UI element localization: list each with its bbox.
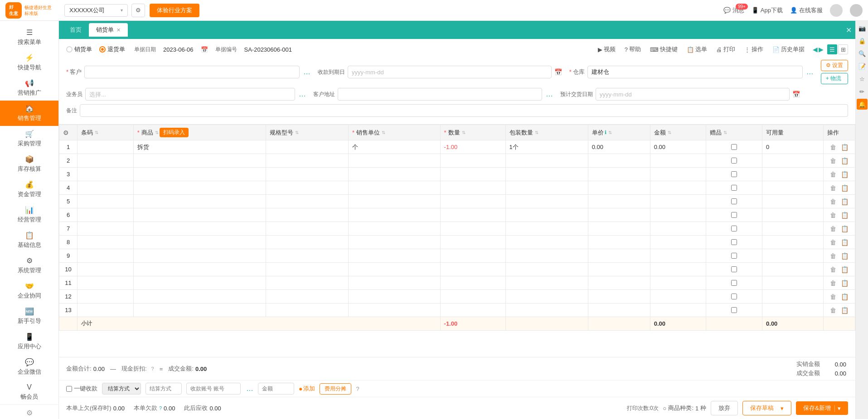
salesperson-ellipsis-icon[interactable]: … [299, 90, 306, 98]
row-qty-7[interactable] [440, 222, 505, 236]
save-draft-button[interactable]: 保存草稿 ▾ [742, 401, 791, 415]
row-qty-3[interactable] [440, 168, 505, 181]
delete-icon-13[interactable]: 🗑 [830, 307, 836, 314]
row-unit-price-3[interactable] [588, 168, 650, 181]
copy-icon-5[interactable]: 📋 [841, 198, 849, 205]
row-unit-price-1[interactable]: 0.00 [588, 140, 650, 154]
row-product-9[interactable] [133, 249, 266, 263]
col-settings[interactable]: ⚙ [59, 125, 78, 140]
row-gift-1[interactable] [706, 140, 762, 154]
gift-checkbox-9[interactable] [731, 253, 737, 259]
row-unit-8[interactable] [349, 236, 440, 249]
row-pack-qty-13[interactable] [505, 303, 588, 317]
row-unit-7[interactable] [349, 222, 440, 236]
right-panel-photo-icon[interactable]: 📷 [857, 23, 868, 34]
row-qty-11[interactable] [440, 276, 505, 290]
customer-ellipsis-icon[interactable]: … [303, 68, 310, 76]
sidebar-settings-icon[interactable]: ⚙ [26, 409, 33, 417]
gift-checkbox-13[interactable] [731, 307, 737, 313]
row-gift-8[interactable] [706, 236, 762, 249]
row-product-12[interactable] [133, 290, 266, 303]
row-barcode-3[interactable] [78, 168, 134, 181]
row-unit-5[interactable] [349, 195, 440, 208]
row-barcode-6[interactable] [78, 208, 134, 222]
row-unit-6[interactable] [349, 208, 440, 222]
sort-unit-icon[interactable]: ⇅ [382, 130, 385, 135]
right-panel-alert-icon[interactable]: 🔔 [857, 99, 868, 110]
row-unit-price-12[interactable] [588, 290, 650, 303]
account-ellipsis-icon[interactable]: … [246, 385, 253, 393]
delete-icon-2[interactable]: 🗑 [830, 157, 836, 164]
row-amount-1[interactable]: 0.00 [650, 140, 706, 154]
row-barcode-1[interactable] [78, 140, 134, 154]
trial-button[interactable]: 体验行业方案 [150, 4, 199, 17]
help-btn[interactable]: ? 帮助 [622, 44, 644, 54]
delivery-date-calendar-icon[interactable]: 📅 [792, 91, 800, 98]
payment-due-input[interactable] [348, 66, 552, 78]
sidebar-item-system[interactable]: ⚙ 系统管理 [0, 253, 58, 278]
sidebar-item-operations[interactable]: 📊 经营管理 [0, 202, 58, 227]
row-product-4[interactable] [133, 181, 266, 195]
radio-sales[interactable]: 销货单 [66, 45, 92, 53]
row-unit-12[interactable] [349, 290, 440, 303]
warehouse-input[interactable] [587, 66, 802, 78]
row-amount-8[interactable] [650, 236, 706, 249]
message-action[interactable]: 💬 消息 99+ [723, 6, 744, 14]
row-spec-3[interactable] [266, 168, 349, 181]
gift-checkbox-5[interactable] [731, 198, 737, 204]
expense-button[interactable]: 费用分摊 [320, 383, 351, 395]
copy-icon-9[interactable]: 📋 [841, 252, 849, 260]
right-panel-lock-icon[interactable]: 🔒 [857, 35, 868, 46]
unit-price-info-icon[interactable]: ℹ [605, 130, 606, 135]
row-unit-price-10[interactable] [588, 263, 650, 276]
row-amount-6[interactable] [650, 208, 706, 222]
nav-prev-icon[interactable]: ◀ [813, 46, 818, 53]
row-pack-qty-3[interactable] [505, 168, 588, 181]
gift-checkbox-4[interactable] [731, 185, 737, 191]
save-draft-arrow-icon[interactable]: ▾ [777, 405, 784, 412]
company-selector[interactable]: XXXXXX公司 ▾ [64, 4, 128, 17]
row-gift-12[interactable] [706, 290, 762, 303]
row-gift-13[interactable] [706, 303, 762, 317]
delete-icon-9[interactable]: 🗑 [830, 252, 836, 260]
row-pack-qty-5[interactable] [505, 195, 588, 208]
row-product-8[interactable] [133, 236, 266, 249]
row-unit-price-11[interactable] [588, 276, 650, 290]
row-gift-5[interactable] [706, 195, 762, 208]
delete-icon-7[interactable]: 🗑 [830, 225, 836, 232]
tab-sales-order[interactable]: 销货单 ✕ [89, 23, 128, 37]
list-view-btn[interactable]: ☰ [827, 44, 837, 54]
expense-help-icon[interactable]: ? [356, 385, 359, 392]
scan-button[interactable]: 扫码录入 [160, 128, 189, 137]
row-qty-9[interactable] [440, 249, 505, 263]
row-unit-13[interactable] [349, 303, 440, 317]
right-panel-edit-icon[interactable]: ✏ [857, 86, 868, 97]
row-unit-1[interactable]: 个 [349, 140, 440, 154]
row-unit-10[interactable] [349, 263, 440, 276]
payment-amount-input[interactable] [258, 383, 294, 395]
row-barcode-7[interactable] [78, 222, 134, 236]
sort-qty-icon[interactable]: ⇅ [462, 130, 466, 135]
row-amount-13[interactable] [650, 303, 706, 317]
gift-checkbox-6[interactable] [731, 212, 737, 218]
gift-checkbox-7[interactable] [731, 226, 737, 231]
tab-home[interactable]: 首页 [63, 23, 89, 37]
row-qty-12[interactable] [440, 290, 505, 303]
payment-due-calendar-icon[interactable]: 📅 [554, 68, 562, 76]
sidebar-item-search[interactable]: ☰ 搜索菜单 [0, 24, 58, 50]
row-pack-qty-9[interactable] [505, 249, 588, 263]
row-gift-2[interactable] [706, 154, 762, 168]
row-barcode-9[interactable] [78, 249, 134, 263]
copy-icon-10[interactable]: 📋 [841, 266, 849, 273]
copy-icon-8[interactable]: 📋 [841, 239, 849, 246]
row-gift-11[interactable] [706, 276, 762, 290]
row-spec-4[interactable] [266, 181, 349, 195]
delete-icon-6[interactable]: 🗑 [830, 212, 836, 219]
user-avatar2[interactable] [850, 4, 863, 17]
row-product-7[interactable] [133, 222, 266, 236]
row-spec-7[interactable] [266, 222, 349, 236]
logistics-button[interactable]: + 物流 [821, 73, 848, 84]
sidebar-item-wechat[interactable]: 💬 企业微信 [0, 354, 58, 380]
row-product-11[interactable] [133, 276, 266, 290]
row-unit-4[interactable] [349, 181, 440, 195]
